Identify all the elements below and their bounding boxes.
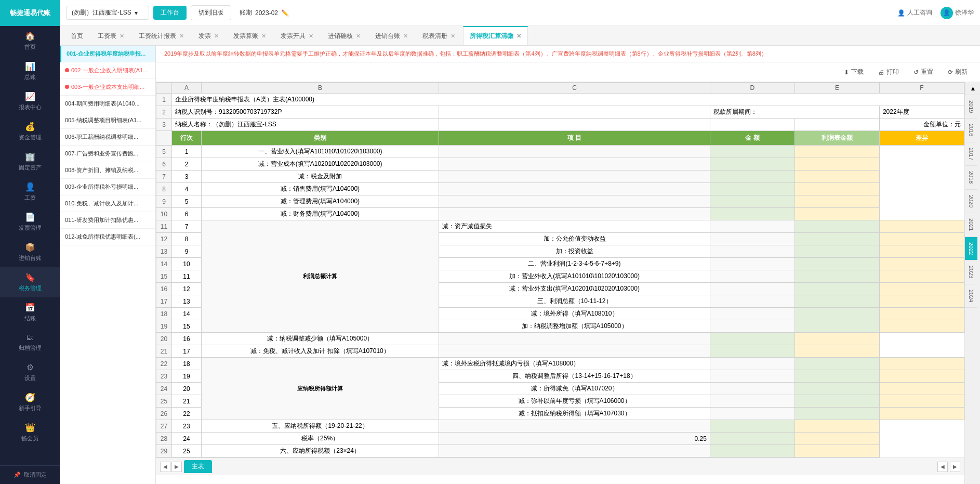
row-profit[interactable]	[710, 195, 794, 208]
sidebar-item-tax[interactable]: 🔖税务管理	[0, 267, 60, 297]
company-selector[interactable]: (勿删）江西服宝-LSS ▾	[66, 6, 149, 20]
row-amount[interactable]	[439, 208, 710, 220]
tab-发票[interactable]: 发票✕	[192, 26, 226, 45]
tab-进销确核[interactable]: 进销确核✕	[321, 26, 367, 45]
left-panel-item-002[interactable]: 002-一般企业收入明细表(A1...	[60, 62, 155, 79]
row-diff[interactable]	[879, 408, 964, 420]
row-amount[interactable]	[710, 320, 794, 333]
row-amount[interactable]	[439, 146, 710, 158]
row-profit[interactable]	[794, 358, 879, 370]
row-profit[interactable]	[710, 158, 794, 171]
row-profit[interactable]	[710, 445, 794, 457]
tab-close-icon[interactable]: ✕	[214, 33, 219, 40]
row-profit[interactable]	[794, 283, 879, 295]
year-item-2023[interactable]: 2023	[965, 260, 977, 284]
row-diff[interactable]	[879, 283, 964, 295]
row-profit[interactable]	[794, 370, 879, 383]
row-amount[interactable]	[710, 295, 794, 308]
row-amount[interactable]	[710, 358, 794, 370]
sidebar-unpin[interactable]: 📌 取消固定	[0, 466, 60, 484]
left-panel-item-007[interactable]: 007-广告费和业务宣传费跑...	[60, 146, 155, 162]
row-amount[interactable]	[710, 308, 794, 320]
row-item[interactable]: 减：境外应税所得抵减境内亏损（填写A108000）	[439, 358, 710, 370]
row-item[interactable]: 加：公允价值变动收益	[439, 233, 710, 245]
row-profit[interactable]	[794, 308, 879, 320]
row-diff[interactable]	[879, 220, 964, 233]
row-amount[interactable]	[439, 445, 710, 457]
cut-version-button[interactable]: 切到旧版	[191, 5, 231, 20]
row-amount[interactable]	[710, 383, 794, 395]
year-nav-collapse[interactable]: ▲	[965, 82, 980, 95]
row-item[interactable]: 减：营业成本(填写A102010\102020\103000)	[202, 158, 439, 171]
row-diff[interactable]	[794, 183, 879, 195]
sidebar-item-asset[interactable]: 🏢固定资产	[0, 147, 60, 177]
row-diff[interactable]	[794, 158, 879, 171]
row-amount[interactable]	[710, 370, 794, 383]
row-item[interactable]: 减：纳税调整减少额（填写A105000）	[202, 333, 439, 345]
row-amount[interactable]	[710, 270, 794, 283]
year-item-2020[interactable]: 2020	[965, 190, 977, 213]
row-item[interactable]: 六、应纳所得税额（23×24）	[202, 445, 439, 457]
sidebar-item-guide[interactable]: 🧭新手引导	[0, 387, 60, 417]
row-diff[interactable]	[879, 245, 964, 258]
row-profit[interactable]	[794, 233, 879, 245]
download-button[interactable]: ⬇ 下载	[840, 66, 868, 79]
tab-发票算账[interactable]: 发票算账✕	[227, 26, 273, 45]
year-item-2022[interactable]: 2022	[965, 237, 977, 260]
left-panel-item-008[interactable]: 008-资产折旧、摊销及纳税...	[60, 162, 155, 179]
row-item[interactable]: 减：免税、减计收入及加计 扣除（填写A107010）	[202, 345, 439, 358]
refresh-button[interactable]: ⟳ 刷新	[944, 66, 972, 79]
row-item[interactable]: 三、利润总额（10-11-12）	[439, 295, 710, 308]
tab-close-icon[interactable]: ✕	[120, 33, 124, 40]
ai-consult[interactable]: 👤 人工咨询	[897, 8, 932, 17]
tab-进销台账[interactable]: 进销台账✕	[368, 26, 415, 45]
row-diff[interactable]	[879, 383, 964, 395]
row-profit[interactable]	[710, 420, 794, 433]
row-item[interactable]: 减：税金及附加	[202, 171, 439, 183]
edit-icon[interactable]: ✏️	[281, 9, 289, 17]
spreadsheet[interactable]: A B C D E F 1 企业所得税年度纳税申报表（A类）主表(A100000…	[156, 82, 964, 484]
row-amount[interactable]	[710, 283, 794, 295]
tab-所得税汇算清缴[interactable]: 所得税汇算清缴✕	[463, 26, 528, 45]
workbench-button[interactable]: 工作台	[153, 6, 187, 20]
sheet-tab-main[interactable]: 主表	[184, 460, 212, 473]
row-amount[interactable]	[439, 158, 710, 171]
row-amount[interactable]	[439, 420, 710, 433]
row-diff[interactable]	[794, 146, 879, 158]
tab-工资统计报表[interactable]: 工资统计报表✕	[132, 26, 191, 45]
sidebar-item-home[interactable]: 🏠首页	[0, 26, 60, 56]
year-item-2024[interactable]: 2024	[965, 284, 977, 308]
year-item-2021[interactable]: 2021	[965, 213, 977, 237]
row-diff[interactable]	[879, 370, 964, 383]
row-amount[interactable]	[710, 408, 794, 420]
row-profit[interactable]	[794, 220, 879, 233]
scroll-left-btn[interactable]: ◀	[937, 462, 948, 472]
row-item[interactable]: 减：资产减值损失	[439, 220, 710, 233]
row-profit[interactable]	[710, 433, 794, 445]
row-profit[interactable]	[710, 208, 794, 220]
tab-close-icon[interactable]: ✕	[403, 33, 408, 40]
scroll-right-btn[interactable]: ▶	[950, 462, 960, 472]
tab-工资表[interactable]: 工资表✕	[91, 26, 131, 45]
row-profit[interactable]	[710, 183, 794, 195]
row-profit[interactable]	[794, 270, 879, 283]
row-item[interactable]: 二、营业利润(1-2-3-4-5-6-7+8+9)	[439, 258, 710, 270]
row-profit[interactable]	[794, 395, 879, 408]
left-panel-item-009[interactable]: 009-企业所得税补亏损明细...	[60, 179, 155, 195]
row-item[interactable]: 加：投资收益	[439, 245, 710, 258]
sidebar-item-invoice[interactable]: 📄发票管理	[0, 207, 60, 237]
row-amount[interactable]: 0.25	[439, 433, 710, 445]
year-item-2018[interactable]: 2018	[965, 166, 977, 189]
row-profit[interactable]	[710, 146, 794, 158]
row-diff[interactable]	[794, 345, 879, 358]
left-panel-item-012[interactable]: 012-减免所得税优惠明细表(...	[60, 229, 155, 245]
row-item[interactable]: 减：境外所得（填写A108010）	[439, 308, 710, 320]
row-diff[interactable]	[879, 258, 964, 270]
row-item[interactable]: 税率（25%）	[202, 433, 439, 445]
tab-close-icon[interactable]: ✕	[261, 33, 266, 40]
row-profit[interactable]	[794, 408, 879, 420]
left-panel-item-001[interactable]: 001-企业所得税年度纳税申报...	[60, 46, 155, 62]
row-item[interactable]: 四、纳税调整后所得（13-14+15-16-17+18）	[439, 370, 710, 383]
tab-close-icon[interactable]: ✕	[179, 33, 184, 40]
sidebar-item-member[interactable]: 👑畅会员	[0, 417, 60, 448]
